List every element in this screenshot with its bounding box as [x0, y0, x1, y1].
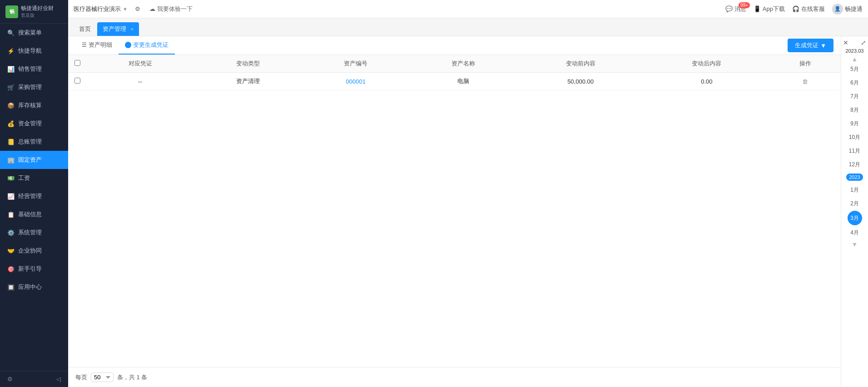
quick-nav-icon: ⚡: [7, 47, 15, 55]
message-button[interactable]: 💬 消息 99+: [725, 5, 746, 13]
sidebar-item-ledger[interactable]: 📒 总账管理: [0, 133, 68, 151]
company-name: 医疗器械行业演示: [74, 5, 121, 13]
purchase-icon: 🛒: [7, 84, 15, 91]
page-size-label: 每页: [75, 373, 87, 382]
app-logo-icon: 畅: [5, 5, 18, 18]
delete-row-icon[interactable]: 🗑: [802, 78, 808, 85]
cell-asset-no: 000001: [302, 73, 410, 90]
sidebar-item-enterprise[interactable]: 🤝 企业协同: [0, 242, 68, 260]
sidebar-nav: 🔍 搜索菜单 ⚡ 快捷导航 📊 销售管理 🛒 采购管理 📦 库存核算 💰 资金管…: [0, 24, 68, 371]
pagination-bar: 每页 10 20 50 100 条，共 1 条: [68, 367, 841, 387]
content-wrapper: ☰ 资产明细 变更生成凭证 生成凭证 ▼: [68, 36, 868, 387]
cell-before-content: 50,000.00: [517, 73, 644, 90]
sidebar-item-quick-nav[interactable]: ⚡ 快捷导航: [0, 42, 68, 60]
cell-after-content: 0.00: [644, 73, 770, 90]
row-checkbox[interactable]: [74, 78, 80, 84]
month-3-active[interactable]: 3月: [848, 211, 862, 225]
month-11[interactable]: 11月: [845, 144, 865, 157]
sidebar-logo: 畅 畅捷通好业财 普及版: [0, 0, 68, 24]
month-list: 5月 6月 7月 8月 9月 10月 11月 12月 2023 1月 2月 3月…: [843, 63, 866, 239]
sidebar-item-guide[interactable]: 🎯 新手引导: [0, 260, 68, 278]
company-dropdown-icon: ▼: [123, 6, 128, 12]
change-icon: [125, 42, 131, 48]
dropdown-arrow-icon: ▼: [820, 42, 826, 49]
sidebar-item-operations[interactable]: 📈 经营管理: [0, 187, 68, 205]
inner-tab-asset-detail[interactable]: ☰ 资产明细: [75, 36, 119, 55]
panel-expand-button[interactable]: ⤢: [861, 39, 866, 46]
select-all-checkbox[interactable]: [74, 60, 80, 66]
funds-icon: 💰: [7, 120, 15, 127]
month-7[interactable]: 7月: [845, 90, 865, 103]
top-header: 医疗器械行业演示 ▼ ⚙ ☁ 我要体验一下 💬 消息 99+ 📱 App下载 🎧…: [68, 0, 868, 18]
guide-icon: 🎯: [7, 265, 15, 273]
header-settings-button[interactable]: ⚙: [131, 3, 144, 15]
search-icon: 🔍: [7, 29, 15, 36]
ledger-icon: 📒: [7, 138, 15, 145]
user-menu[interactable]: 👤 畅捷通: [832, 4, 863, 15]
year-month-label: 2023.03: [846, 48, 864, 54]
user-avatar: 👤: [832, 4, 843, 15]
scroll-up-icon[interactable]: ▲: [852, 55, 858, 63]
enterprise-icon: 🤝: [7, 247, 15, 254]
cell-voucher: --: [86, 73, 194, 90]
month-4[interactable]: 4月: [845, 226, 865, 239]
sidebar-item-salary[interactable]: 💵 工资: [0, 169, 68, 187]
month-5[interactable]: 5月: [845, 63, 865, 75]
cell-change-type: 资产清理: [194, 73, 302, 90]
sidebar-item-fixed-assets[interactable]: 🏢 固定资产: [0, 151, 68, 169]
company-selector[interactable]: 医疗器械行业演示 ▼: [74, 5, 128, 13]
settings-bottom-icon[interactable]: ⚙: [7, 376, 13, 382]
cell-action: 🗑: [770, 73, 841, 90]
message-icon: 💬: [725, 5, 733, 12]
col-voucher: 对应凭证: [86, 55, 194, 73]
apps-icon: 🔲: [7, 283, 15, 291]
sidebar-item-search[interactable]: 🔍 搜索菜单: [0, 24, 68, 42]
inventory-icon: 📦: [7, 102, 15, 109]
month-12[interactable]: 12月: [845, 158, 865, 171]
collapse-sidebar-icon[interactable]: ◁: [56, 376, 61, 382]
content-area: ☰ 资产明细 变更生成凭证 生成凭证 ▼: [68, 36, 868, 387]
tab-home[interactable]: 首页: [74, 22, 96, 36]
scroll-down-icon[interactable]: ▼: [852, 241, 858, 248]
sidebar-item-funds[interactable]: 💰 资金管理: [0, 114, 68, 133]
col-after-content: 变动后内容: [644, 55, 770, 73]
tab-asset-management[interactable]: 资产管理 ×: [97, 22, 139, 36]
sidebar-item-basic-info[interactable]: 📋 基础信息: [0, 205, 68, 223]
month-1[interactable]: 1月: [845, 184, 865, 196]
inner-tab-change-voucher[interactable]: 变更生成凭证: [119, 36, 175, 55]
tabs-bar: 首页 资产管理 ×: [68, 18, 868, 36]
sidebar-item-purchase[interactable]: 🛒 采购管理: [0, 78, 68, 96]
panel-close-button[interactable]: ✕: [843, 39, 848, 46]
month-10[interactable]: 10月: [845, 131, 865, 144]
table-container: 对应凭证 变动类型 资产编号 资产名称 变动前内容 变动后内容 操作: [68, 55, 841, 367]
col-action: 操作: [770, 55, 841, 73]
operations-icon: 📈: [7, 193, 15, 200]
app-logo-text: 畅捷通好业财 普及版: [21, 5, 54, 19]
sidebar-item-apps[interactable]: 🔲 应用中心: [0, 278, 68, 296]
page-size-select[interactable]: 10 20 50 100: [91, 372, 114, 382]
experience-button[interactable]: ☁ 我要体验一下: [149, 5, 193, 13]
sidebar-item-inventory[interactable]: 📦 库存核算: [0, 96, 68, 114]
system-icon: ⚙️: [7, 229, 15, 236]
message-badge: 99+: [739, 2, 750, 8]
basic-info-icon: 📋: [7, 211, 15, 218]
fixed-assets-icon: 🏢: [7, 156, 15, 164]
sidebar-item-sales[interactable]: 📊 销售管理: [0, 60, 68, 78]
month-2[interactable]: 2月: [845, 197, 865, 210]
download-icon: 📱: [754, 5, 761, 12]
asset-change-table: 对应凭证 变动类型 资产编号 资产名称 变动前内容 变动后内容 操作: [68, 55, 841, 90]
month-6[interactable]: 6月: [845, 76, 865, 89]
col-before-content: 变动前内容: [517, 55, 644, 73]
list-icon: ☰: [82, 42, 87, 48]
month-9[interactable]: 9月: [845, 117, 865, 130]
customer-service-button[interactable]: 🎧 在线客服: [792, 5, 825, 13]
year-badge: 2023: [846, 174, 863, 181]
sidebar-item-system[interactable]: ⚙️ 系统管理: [0, 223, 68, 242]
panel-controls: ✕ ⤢: [843, 39, 866, 46]
table-header-checkbox: [68, 55, 86, 73]
month-8[interactable]: 8月: [845, 104, 865, 116]
tab-close-icon[interactable]: ×: [131, 26, 134, 32]
app-download-button[interactable]: 📱 App下载: [754, 5, 785, 13]
row-checkbox-cell: [68, 73, 86, 90]
generate-voucher-button[interactable]: 生成凭证 ▼: [788, 39, 833, 52]
